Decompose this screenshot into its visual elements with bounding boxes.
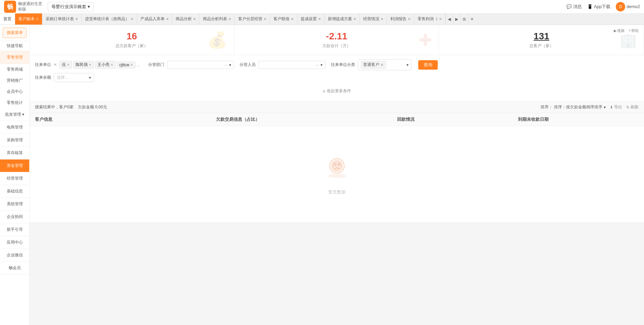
tab-close-icon[interactable]: ✕ — [36, 17, 39, 21]
tab-nav-close-all[interactable]: ✕ — [468, 13, 476, 25]
sidebar-item-basic-info[interactable]: 基础信息 — [0, 185, 29, 198]
sidebar-item-retail-mall[interactable]: 零售商城 — [0, 64, 29, 75]
stat-total-customers2-value: 131 — [533, 31, 549, 42]
unit-filter-close[interactable]: ✕ — [54, 63, 57, 67]
sidebar-item-app-center[interactable]: 应用中心 — [0, 236, 29, 249]
stat-total-customers-label: 总欠款客户（家） — [116, 43, 148, 49]
tab-goods-analysis-list[interactable]: 商品分析列表 ✕ — [200, 13, 235, 25]
message-icon: 💬 — [566, 4, 572, 9]
customers-bg-icon: 💰 — [207, 31, 227, 49]
unit-category-tag-close[interactable]: ✕ — [380, 63, 384, 67]
filter-tag-close-0[interactable]: ✕ — [67, 63, 70, 67]
video-btn[interactable]: ▶ 视频 — [614, 28, 625, 33]
logo-text: 畅捷通好生意 标版 — [18, 1, 42, 12]
sidebar-item-system[interactable]: 系统管理 — [0, 198, 29, 211]
tab-close-icon[interactable]: ✕ — [381, 17, 383, 21]
tab-goods-analysis[interactable]: 商品分析 ✕ — [172, 13, 200, 25]
sidebar-item-retail-stats[interactable]: 零售统计 — [0, 97, 29, 108]
collapse-divider: ∧ 收起更多条件 — [35, 85, 639, 97]
filter-tag-close-1[interactable]: ✕ — [89, 63, 91, 67]
logo-icon: 畅 — [4, 1, 16, 13]
unit-category-select[interactable]: 普通客户 ✕ ▾ — [358, 59, 412, 70]
balance-filter-label: 往来余额 — [35, 75, 51, 80]
filter-more-btn[interactable]: ... — [137, 63, 140, 67]
sidebar-item-retail[interactable]: 零售管理 — [0, 51, 29, 64]
tab-operation-status[interactable]: 经营情况 ✕ — [360, 13, 387, 25]
tab-close-icon[interactable]: ✕ — [264, 17, 266, 21]
sidebar-item-marketing[interactable]: 营销推广 — [0, 75, 29, 86]
tab-close-icon[interactable]: ✕ — [228, 17, 231, 21]
tab-product-inbound[interactable]: 产成品入库单 ✕ — [137, 13, 172, 25]
dept-filter-select[interactable]: ··· ▾ — [167, 61, 234, 69]
tab-nav-next[interactable]: ▶ — [453, 13, 460, 25]
tab-close-icon[interactable]: ✕ — [291, 17, 294, 21]
col-debt-info: 欠款交易信息（占比） — [216, 116, 397, 122]
table-area: 客户信息 欠款交易信息（占比） 回款情况 到期未收款日期 — [30, 113, 644, 222]
sidebar-item-member[interactable]: 会员中心 — [0, 86, 29, 97]
tab-nav-expand[interactable]: ⊞ — [460, 13, 468, 25]
tab-purchase-order-stats[interactable]: 采购订单统计表 ✕ — [42, 13, 82, 25]
search-menu-button[interactable]: 搜索菜单 — [3, 28, 27, 38]
export-button[interactable]: ⬇ 导出 — [610, 104, 622, 110]
brand-selector[interactable]: 母婴行业演示账套 ▾ — [48, 2, 94, 11]
tab-raise-settings[interactable]: 提成设置 ✕ — [297, 13, 325, 25]
sidebar-item-new-guide[interactable]: 新手引导 — [0, 223, 29, 236]
stat-debt-label: 欠款合计（万） — [323, 43, 351, 49]
video-icon: ▶ — [614, 29, 616, 33]
sidebar-item-inventory[interactable]: 库存核算 — [0, 147, 29, 159]
filter-area: 往来单位 ✕ 伍 ✕ 陈民强 ✕ 王小亮 ✕ — [30, 55, 644, 102]
tab-profit-report[interactable]: 利润报告 ✕ — [387, 13, 414, 25]
tab-close-icon[interactable]: ✕ — [408, 17, 411, 21]
sidebar-item-ecommerce[interactable]: 电商管理 — [0, 121, 29, 134]
result-bar: 搜索结果中，客户0家 欠款金额 0.00元 排序： 排序：按欠款金额倒序排序 ▾… — [30, 102, 644, 113]
query-button[interactable]: 查询 — [418, 60, 438, 70]
sidebar-item-purchase[interactable]: 采购管理 — [0, 134, 29, 147]
person-filter-select[interactable]: ··· ▾ — [258, 61, 326, 69]
empty-area: 暂无数据 — [30, 126, 644, 222]
sidebar-item-capital[interactable]: 资金管理 — [0, 159, 29, 172]
balance-filter-select[interactable]: 选择... ▾ — [54, 73, 94, 82]
tab-close-icon[interactable]: ✕ — [75, 17, 78, 21]
content-area: 💰 16 总欠款客户（家） ✚ -2.11 欠款合计（万） 🏢 131 总客户（… — [30, 25, 644, 325]
tab-close-icon[interactable]: ✕ — [131, 17, 133, 21]
sort-select[interactable]: 排序： 排序：按欠款金额倒序排序 ▾ — [541, 104, 606, 110]
sidebar-item-enterprise[interactable]: 企业协同 — [0, 211, 29, 223]
tab-customer-segment[interactable]: 客户分层经营 ✕ — [235, 13, 270, 25]
filter-tag-close-2[interactable]: ✕ — [111, 63, 113, 67]
tab-customers[interactable]: 客户账本 ✕ — [15, 13, 42, 25]
tab-close-icon[interactable]: ✕ — [193, 17, 196, 21]
tab-inbound-stats[interactable]: 进货单统计表（按商品） ✕ — [82, 13, 137, 25]
app-download-button[interactable]: 📱 App下载 — [587, 4, 610, 10]
refresh-button[interactable]: ↻ 刷新 — [626, 104, 639, 110]
tab-nav-prev[interactable]: ◀ — [445, 13, 453, 25]
sidebar-item-enterprise-wechat[interactable]: 企业微信 — [0, 249, 29, 262]
help-btn[interactable]: ? 帮助 — [629, 28, 639, 33]
sort-chevron: ▾ — [604, 105, 606, 110]
sidebar-quick-nav[interactable]: 快捷导航 — [0, 41, 29, 51]
sidebar-item-wholesale[interactable]: 批发管理 ▾ — [0, 108, 29, 121]
stats-bar: 💰 16 总欠款客户（家） ✚ -2.11 欠款合计（万） 🏢 131 总客户（… — [30, 25, 644, 55]
unit-category-label: 往来单位分类 — [331, 62, 355, 68]
tab-close-icon[interactable]: ✕ — [353, 17, 356, 21]
unit-category-chevron: ▾ — [406, 63, 409, 67]
filter-tag-close-3[interactable]: ✕ — [130, 63, 133, 67]
tab-close-icon[interactable]: ✕ — [318, 17, 321, 21]
filter-tag-0: 伍 ✕ — [59, 61, 72, 69]
user-avatar[interactable]: D demo2 — [616, 2, 640, 11]
tab-home[interactable]: 首页 — [0, 13, 15, 25]
empty-label: 暂无数据 — [328, 189, 346, 195]
col-due-date: 到期未收款日期 — [518, 116, 639, 122]
result-bar-right: 排序： 排序：按欠款金额倒序排序 ▾ ⬇ 导出 ↻ 刷新 — [541, 104, 639, 110]
tab-retail-profit[interactable]: 零售利润（ ✕ — [414, 13, 445, 25]
collapse-button[interactable]: ∧ 收起更多条件 — [35, 86, 639, 96]
message-button[interactable]: 💬 消息 — [566, 4, 582, 10]
sidebar-item-vip[interactable]: 畅会员 — [0, 262, 29, 275]
tab-close-icon[interactable]: ✕ — [166, 17, 169, 21]
tab-close-icon[interactable]: ✕ — [439, 17, 442, 21]
tab-customer-contact[interactable]: 客户联络 ✕ — [270, 13, 297, 25]
stat-total-customers: 💰 16 总欠款客户（家） — [30, 25, 234, 55]
sidebar-item-operation[interactable]: 经营管理 — [0, 172, 29, 185]
table-header: 客户信息 欠款交易信息（占比） 回款情况 到期未收款日期 — [30, 113, 644, 126]
filter-row-2: 往来余额 选择... ▾ — [35, 73, 639, 82]
tab-new-raise-plan[interactable]: 新增提成方案 ✕ — [325, 13, 360, 25]
